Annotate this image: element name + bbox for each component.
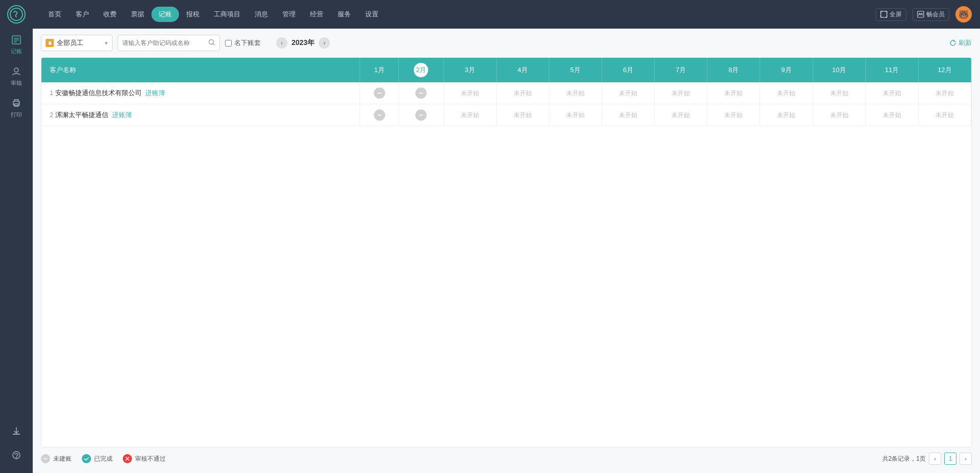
month-cell-0-5[interactable]: 未开始 [602,82,655,104]
not-started-label: 未开始 [830,89,849,97]
month-cell-1-7[interactable]: 未开始 [707,104,760,126]
svg-rect-2 [14,38,19,39]
month-cell-1-10[interactable]: 未开始 [865,104,918,126]
col-dec[interactable]: 12月 [918,58,971,82]
col-jun[interactable]: 6月 [602,58,655,82]
support-icon [10,449,23,461]
year-nav: ‹ 2023年 › [276,37,330,49]
col-sep[interactable]: 9月 [760,58,813,82]
nav-settings[interactable]: 设置 [358,7,386,22]
not-started-label: 未开始 [883,89,901,97]
month-cell-0-8[interactable]: 未开始 [760,82,813,104]
month-cell-1-2[interactable]: 未开始 [443,104,496,126]
month-cell-1-5[interactable]: 未开始 [602,104,655,126]
not-started-label: 未开始 [724,89,743,97]
col-mar[interactable]: 3月 [443,58,496,82]
search-icon[interactable] [208,39,215,48]
nav-invoices[interactable]: 票据 [124,7,151,22]
refresh-button[interactable]: 刷新 [949,38,972,48]
svg-point-8 [18,102,19,103]
month-cell-0-7[interactable]: 未开始 [707,82,760,104]
sidebar-item-print[interactable]: 打印 [0,92,33,124]
month-cell-0-1[interactable] [399,82,444,104]
nav-tax[interactable]: 报税 [179,7,207,22]
employee-select[interactable]: 📋 全部员工 ▾ [41,35,113,51]
month-cell-1-1[interactable] [399,104,444,126]
month-cell-0-0[interactable] [360,82,399,104]
customer-name: 安徽畅捷通信息技术有限公司 [55,89,142,97]
svg-rect-3 [14,40,19,41]
month-cell-0-6[interactable]: 未开始 [655,82,707,104]
col-jul[interactable]: 7月 [655,58,707,82]
my-accounts-checkbox-wrap[interactable]: 名下账套 [225,38,261,48]
not-started-label: 未开始 [672,111,690,119]
col-may[interactable]: 5月 [549,58,602,82]
not-started-label: 未开始 [777,111,795,119]
svg-rect-17 [377,115,382,116]
row-num: 2 [50,111,53,119]
nav-customers[interactable]: 客户 [69,7,96,22]
sidebar-item-audit[interactable]: 审核 [0,60,33,92]
month-cell-1-6[interactable]: 未开始 [655,104,707,126]
nav-operations[interactable]: 经营 [303,7,330,22]
not-started-label: 未开始 [514,111,532,119]
col-oct[interactable]: 10月 [813,58,865,82]
month-cell-0-11[interactable]: 未开始 [918,82,971,104]
svg-rect-18 [419,115,423,116]
fullscreen-button[interactable]: 全屏 [876,8,906,21]
next-year-button[interactable]: › [319,37,330,49]
my-accounts-checkbox[interactable] [225,40,232,47]
month-cell-0-3[interactable]: 未开始 [496,82,549,104]
nav-services[interactable]: 服务 [330,7,358,22]
sidebar-item-support[interactable] [0,444,33,468]
month-cell-1-11[interactable]: 未开始 [918,104,971,126]
month-cell-1-3[interactable]: 未开始 [496,104,549,126]
next-page-button[interactable]: › [960,453,972,465]
month-cell-0-2[interactable]: 未开始 [443,82,496,104]
month-cell-0-10[interactable]: 未开始 [865,82,918,104]
col-apr[interactable]: 4月 [496,58,549,82]
nav-management[interactable]: 管理 [275,7,303,22]
month-cell-1-0[interactable] [360,104,399,126]
sidebar-bottom [0,420,33,473]
month-cell-1-8[interactable]: 未开始 [760,104,813,126]
footer: 未建账 已完成 审核不通过 共2条记录，1页 ‹ 1 › [41,447,972,467]
col-jan[interactable]: 1月 [360,58,399,82]
sidebar-item-accounting[interactable]: 记账 [0,29,33,60]
month-cell-1-9[interactable]: 未开始 [813,104,865,126]
not-started-label: 未开始 [619,111,637,119]
enter-account-link[interactable]: 进账簿 [145,89,165,97]
not-built-icon [41,454,50,463]
toolbar: 📋 全部员工 ▾ 名下账套 ‹ 2023年 [41,35,972,51]
nav-accounting[interactable]: 记账 [151,7,179,22]
legend-rejected-label: 审核不通过 [135,455,166,463]
col-aug[interactable]: 8月 [707,58,760,82]
not-built-status [415,109,427,121]
nav-home[interactable]: 首页 [41,7,69,22]
print-icon [10,97,23,109]
refresh-label: 刷新 [959,38,972,48]
avatar[interactable]: 🐻 [955,6,972,22]
month-cell-0-4[interactable]: 未开始 [549,82,602,104]
search-input[interactable] [122,39,208,47]
month-cell-0-9[interactable]: 未开始 [813,82,865,104]
download-icon [10,425,23,437]
employee-label: 全部员工 [57,38,105,48]
col-nov[interactable]: 11月 [865,58,918,82]
nav-billing[interactable]: 收费 [96,7,124,22]
not-started-label: 未开始 [883,111,901,119]
sidebar-logo[interactable] [0,0,33,29]
prev-year-button[interactable]: ‹ [276,37,287,49]
enter-account-link[interactable]: 进账簿 [112,111,132,119]
not-started-label: 未开始 [936,89,954,97]
col-feb[interactable]: 2月 [399,58,444,82]
month-cell-1-4[interactable]: 未开始 [549,104,602,126]
vip-button[interactable]: 畅会员 [912,8,949,21]
not-started-label: 未开始 [936,111,954,119]
current-page: 1 [944,453,956,465]
nav-business[interactable]: 工商项目 [207,7,248,22]
sidebar-item-download[interactable] [0,420,33,444]
row-num: 1 [50,89,53,97]
prev-page-button[interactable]: ‹ [929,453,941,465]
nav-messages[interactable]: 消息 [248,7,275,22]
